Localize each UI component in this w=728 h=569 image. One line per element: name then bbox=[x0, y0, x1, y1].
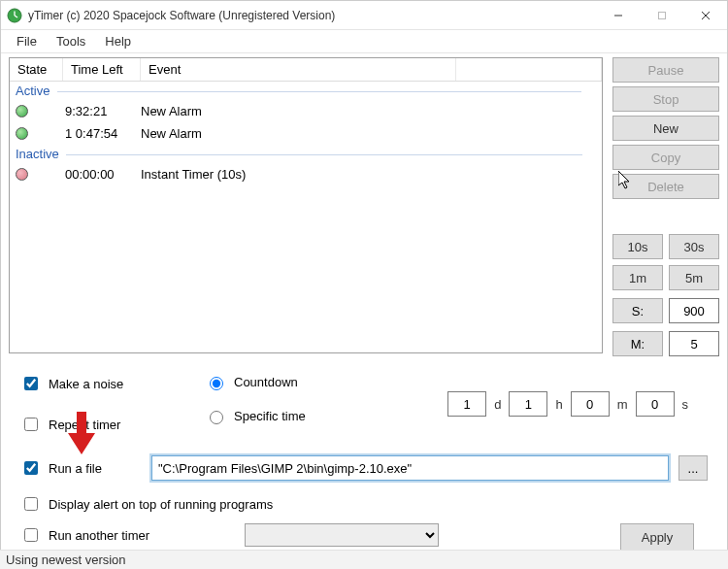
row-event: New Alarm bbox=[141, 104, 602, 118]
menu-file[interactable]: File bbox=[7, 32, 47, 50]
clock-inactive-icon bbox=[16, 168, 28, 181]
menu-bar: File Tools Help bbox=[1, 30, 727, 53]
clock-active-icon bbox=[16, 127, 28, 140]
duration-s[interactable] bbox=[636, 391, 675, 417]
countdown-label: Countdown bbox=[234, 375, 298, 389]
duration-d[interactable] bbox=[447, 391, 486, 417]
window-controls bbox=[596, 1, 727, 30]
row-time: 9:32:21 bbox=[63, 104, 141, 118]
display-alert-checkbox[interactable]: Display alert on top of running programs bbox=[20, 494, 273, 514]
quick-10s-button[interactable]: 10s bbox=[612, 234, 663, 259]
status-bar: Using newest version bbox=[0, 550, 728, 569]
unit-d: d bbox=[494, 397, 501, 412]
maximize-button[interactable] bbox=[640, 1, 683, 30]
timer-list[interactable]: State Time Left Event Active 9:32:21 New… bbox=[9, 57, 603, 353]
header-extra bbox=[456, 58, 602, 81]
window-titlebar: yTimer (c) 2020 Spacejock Software (Unre… bbox=[1, 1, 727, 30]
quick-5m-button[interactable]: 5m bbox=[669, 265, 719, 290]
run-file-checkbox[interactable]: Run a file bbox=[20, 458, 142, 478]
group-active-label: Active bbox=[16, 84, 50, 98]
list-row[interactable]: 00:00:00 Instant Timer (10s) bbox=[10, 163, 602, 185]
countdown-radio[interactable]: Countdown bbox=[205, 374, 306, 390]
quick-30s-button[interactable]: 30s bbox=[669, 234, 719, 259]
window-title: yTimer (c) 2020 Spacejock Software (Unre… bbox=[28, 9, 596, 22]
delete-button[interactable]: Delete bbox=[612, 174, 719, 199]
repeat-timer-checkbox[interactable]: Repeat timer bbox=[20, 415, 181, 434]
make-noise-label: Make a noise bbox=[49, 377, 123, 391]
group-inactive: Inactive bbox=[10, 145, 602, 163]
stop-button[interactable]: Stop bbox=[612, 86, 719, 112]
run-file-label: Run a file bbox=[49, 461, 102, 476]
row-time: 1 0:47:54 bbox=[63, 126, 141, 141]
status-text: Using newest version bbox=[6, 552, 126, 567]
row-time: 00:00:00 bbox=[63, 167, 141, 182]
list-header: State Time Left Event bbox=[10, 58, 602, 82]
run-another-select[interactable] bbox=[245, 523, 439, 547]
unit-h: h bbox=[555, 397, 562, 412]
minutes-input[interactable] bbox=[669, 331, 719, 356]
file-path-input[interactable] bbox=[151, 455, 669, 481]
pause-button[interactable]: Pause bbox=[612, 57, 719, 83]
row-event: New Alarm bbox=[141, 126, 602, 141]
duration-h[interactable] bbox=[509, 391, 547, 417]
group-inactive-label: Inactive bbox=[16, 147, 59, 161]
header-state[interactable]: State bbox=[10, 58, 63, 81]
seconds-input[interactable] bbox=[669, 298, 719, 323]
duration-inputs: d h m s bbox=[447, 374, 708, 434]
quick-1m-button[interactable]: 1m bbox=[612, 265, 663, 290]
specific-time-label: Specific time bbox=[234, 409, 306, 423]
run-another-label: Run another timer bbox=[49, 528, 149, 543]
copy-button[interactable]: Copy bbox=[612, 145, 719, 170]
clock-active-icon bbox=[16, 105, 28, 117]
header-event[interactable]: Event bbox=[141, 58, 456, 81]
menu-tools[interactable]: Tools bbox=[47, 32, 95, 50]
close-button[interactable] bbox=[683, 1, 727, 30]
row-event: Instant Timer (10s) bbox=[141, 167, 602, 182]
unit-s: s bbox=[682, 397, 689, 412]
minutes-label[interactable]: M: bbox=[612, 331, 663, 356]
apply-button[interactable]: Apply bbox=[620, 523, 694, 551]
new-button[interactable]: New bbox=[612, 116, 719, 141]
app-icon bbox=[7, 8, 22, 23]
specific-time-radio[interactable]: Specific time bbox=[205, 408, 306, 424]
group-active: Active bbox=[10, 82, 602, 100]
svg-rect-4 bbox=[658, 12, 665, 18]
settings-panel: Make a noise Repeat timer Countdown Spec… bbox=[1, 356, 727, 558]
seconds-label[interactable]: S: bbox=[612, 298, 663, 323]
list-row[interactable]: 1 0:47:54 New Alarm bbox=[10, 122, 602, 145]
minimize-button[interactable] bbox=[596, 1, 640, 30]
browse-button[interactable]: ... bbox=[678, 455, 708, 481]
side-panel: Pause Stop New Copy Delete 10s 30s 1m 5m… bbox=[603, 57, 719, 356]
make-noise-checkbox[interactable]: Make a noise bbox=[20, 374, 181, 393]
menu-help[interactable]: Help bbox=[95, 32, 141, 50]
header-time[interactable]: Time Left bbox=[63, 58, 141, 81]
list-row[interactable]: 9:32:21 New Alarm bbox=[10, 100, 602, 122]
repeat-timer-label: Repeat timer bbox=[49, 418, 120, 432]
unit-m: m bbox=[617, 397, 628, 412]
run-another-checkbox[interactable]: Run another timer bbox=[20, 525, 229, 545]
duration-m[interactable] bbox=[571, 391, 610, 417]
display-alert-label: Display alert on top of running programs bbox=[49, 497, 273, 512]
